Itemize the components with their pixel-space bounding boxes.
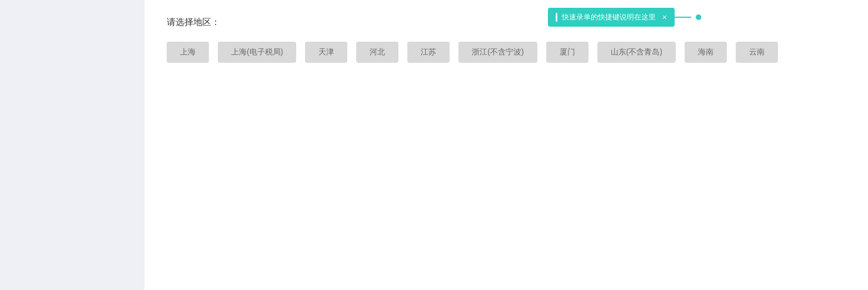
region-buttons: 上海上海(电子税局)天津河北江苏浙江(不含宁波)厦门山东(不含青岛)海南云南 <box>167 42 846 63</box>
region-button-yunnan[interactable]: 云南 <box>736 42 778 63</box>
tooltip-dot <box>696 14 701 20</box>
region-button-hebei[interactable]: 河北 <box>356 42 398 63</box>
region-button-shanghai[interactable]: 上海 <box>167 42 209 63</box>
left-sidebar <box>0 0 144 290</box>
main-content: 请选择地区： 上海上海(电子税局)天津河北江苏浙江(不含宁波)厦门山东(不含青岛… <box>144 0 868 290</box>
bar-icon <box>556 13 557 22</box>
region-button-hainan[interactable]: 海南 <box>685 42 727 63</box>
tooltip-close-button[interactable]: × <box>662 13 667 22</box>
region-button-xiamen[interactable]: 厦门 <box>546 42 588 63</box>
tooltip-line <box>675 17 691 18</box>
region-button-tianjin[interactable]: 天津 <box>305 42 347 63</box>
region-button-jiangsu[interactable]: 江苏 <box>407 42 450 63</box>
page-label: 请选择地区： <box>167 17 846 28</box>
tooltip-text: 快速录单的快捷键说明在这里 <box>562 12 656 22</box>
region-button-shandong[interactable]: 山东(不含青岛) <box>597 42 676 63</box>
region-button-zhejiang[interactable]: 浙江(不含宁波) <box>458 42 537 63</box>
tooltip-content: 快速录单的快捷键说明在这里 × <box>548 8 675 27</box>
tooltip-bar: 快速录单的快捷键说明在这里 × <box>548 8 701 27</box>
region-button-shanghai-etax[interactable]: 上海(电子税局) <box>218 42 296 63</box>
